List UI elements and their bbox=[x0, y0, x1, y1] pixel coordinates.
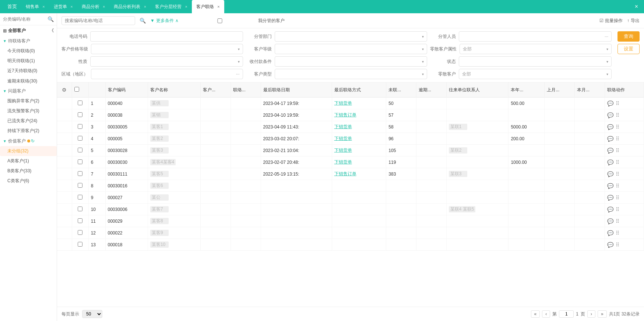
col-not-contacted[interactable]: 未联... bbox=[386, 82, 416, 98]
select-all-checkbox[interactable] bbox=[74, 87, 79, 92]
batch-ops-button[interactable]: ☑ 批量操作 bbox=[599, 18, 623, 24]
row-checkbox[interactable] bbox=[78, 148, 82, 152]
retail-customer-select[interactable]: 全部▾ bbox=[459, 69, 612, 79]
cell-checkbox[interactable] bbox=[72, 180, 88, 192]
sidebar-group-pending[interactable]: ▼ 待联络客户 bbox=[0, 36, 57, 46]
row-checkbox[interactable] bbox=[78, 230, 82, 235]
cell-last-contact-method[interactable]: 下销售订单 bbox=[332, 109, 386, 121]
col-overdue[interactable]: 逾期... bbox=[416, 82, 447, 98]
sidebar-item-7days[interactable]: 近7天待联络(0) bbox=[0, 66, 57, 76]
payment-select[interactable]: ▾ bbox=[275, 56, 427, 67]
cell-checkbox[interactable] bbox=[72, 133, 88, 145]
sidebar-item-tomorrow[interactable]: 明天待联络(1) bbox=[0, 56, 57, 66]
close-purchase-order-icon[interactable]: × bbox=[70, 4, 73, 9]
grid-action-icon[interactable]: ⠿ bbox=[616, 159, 619, 165]
main-search-input[interactable] bbox=[61, 16, 135, 25]
row-checkbox[interactable] bbox=[78, 195, 82, 200]
cell-last-contact-method[interactable]: 下销货单 bbox=[332, 121, 386, 133]
sidebar-search-icon[interactable]: 🔍 bbox=[47, 16, 54, 22]
message-icon[interactable]: 💬 bbox=[607, 148, 613, 154]
retail-attr-select[interactable]: 全部▾ bbox=[460, 44, 612, 54]
row-checkbox[interactable] bbox=[78, 124, 82, 129]
nav-product-analysis-list[interactable]: 商品分析列表 × bbox=[109, 0, 151, 13]
grid-action-icon[interactable]: ⠿ bbox=[616, 148, 619, 154]
col-settings[interactable]: ⚙ bbox=[57, 82, 72, 98]
sidebar-item-churned[interactable]: 已流失客户(24) bbox=[0, 116, 57, 126]
row-checkbox[interactable] bbox=[78, 100, 82, 105]
cell-last-contact-method[interactable] bbox=[332, 192, 386, 204]
page-size-select[interactable]: 50 20 100 bbox=[82, 310, 102, 318]
customer-level-select[interactable]: ▾ bbox=[275, 44, 427, 54]
cell-checkbox[interactable] bbox=[72, 156, 88, 168]
cell-checkbox[interactable] bbox=[72, 227, 88, 239]
price-level-select[interactable]: ▾ bbox=[91, 44, 243, 54]
col-company-contact[interactable]: 往来单位联系人 bbox=[446, 82, 508, 98]
message-icon[interactable]: 💬 bbox=[607, 230, 613, 236]
cell-checkbox[interactable] bbox=[72, 215, 88, 227]
col-last-contact-date[interactable]: 最后联络日期 bbox=[261, 82, 332, 98]
message-icon[interactable]: 💬 bbox=[607, 242, 613, 248]
phone-input[interactable] bbox=[90, 31, 243, 42]
row-checkbox[interactable] bbox=[78, 159, 82, 164]
cell-last-contact-method[interactable]: 下销售订单 bbox=[332, 168, 386, 180]
row-checkbox[interactable] bbox=[78, 171, 82, 176]
message-icon[interactable]: 💬 bbox=[607, 159, 613, 165]
sidebar-item-declining[interactable]: 持续下滑客户(2) bbox=[0, 126, 57, 136]
sidebar-item-today[interactable]: 今天待联络(0) bbox=[0, 46, 57, 56]
col-contact[interactable]: 联络... bbox=[230, 82, 261, 98]
refresh-icon[interactable]: ↻ bbox=[31, 138, 35, 144]
cell-last-contact-method[interactable] bbox=[332, 204, 386, 215]
message-icon[interactable]: 💬 bbox=[607, 195, 613, 201]
sidebar-search-input[interactable] bbox=[3, 17, 47, 22]
sidebar-item-churn-warning[interactable]: 流失预警客户(3) bbox=[0, 106, 57, 116]
person-input[interactable]: ··· bbox=[459, 31, 612, 42]
close-all-button[interactable]: × bbox=[632, 3, 641, 10]
grid-action-icon[interactable]: ⠿ bbox=[616, 124, 619, 130]
col-this-month[interactable]: 本月... bbox=[575, 82, 605, 98]
close-sales-order-icon[interactable]: × bbox=[42, 4, 45, 9]
message-icon[interactable]: 💬 bbox=[607, 136, 613, 142]
reset-button[interactable]: 设置 bbox=[617, 44, 640, 54]
cell-last-contact-method[interactable] bbox=[332, 239, 386, 251]
sidebar-item-ungrouped[interactable]: 未分组(32) bbox=[0, 146, 57, 156]
grid-action-icon[interactable]: ⠿ bbox=[616, 218, 619, 224]
col-this-year[interactable]: 本年... bbox=[508, 82, 545, 98]
close-customer-contact-icon[interactable]: × bbox=[217, 4, 219, 9]
main-search-icon[interactable]: 🔍 bbox=[140, 18, 146, 24]
grid-action-icon[interactable]: ⠿ bbox=[616, 230, 619, 236]
dept-select[interactable]: ▾ bbox=[275, 31, 427, 42]
cell-checkbox[interactable] bbox=[72, 204, 88, 215]
nav-customer-layer[interactable]: 客户分层经营 × bbox=[151, 0, 192, 13]
cell-last-contact-method[interactable]: 下销货单 bbox=[332, 156, 386, 168]
cell-last-contact-method[interactable] bbox=[332, 227, 386, 239]
cell-checkbox[interactable] bbox=[72, 121, 88, 133]
message-icon[interactable]: 💬 bbox=[607, 124, 613, 130]
sidebar-group-problem[interactable]: ▼ 问题客户 bbox=[0, 86, 57, 96]
nav-sales-order[interactable]: 销售单 × bbox=[21, 0, 49, 13]
message-icon[interactable]: 💬 bbox=[607, 112, 613, 118]
page-number-input[interactable] bbox=[559, 310, 574, 318]
last-page-button[interactable]: » bbox=[598, 310, 607, 318]
col-code[interactable]: 客户编码 bbox=[105, 82, 148, 98]
nav-purchase-order[interactable]: 进货单 × bbox=[49, 0, 77, 13]
cell-last-contact-method[interactable]: 下销货单 bbox=[332, 98, 386, 109]
status-select[interactable]: ▾ bbox=[459, 56, 612, 67]
row-checkbox[interactable] bbox=[78, 218, 82, 223]
row-checkbox[interactable] bbox=[78, 183, 82, 188]
row-checkbox[interactable] bbox=[78, 207, 82, 211]
cell-checkbox[interactable] bbox=[72, 168, 88, 180]
region-input[interactable]: ··· bbox=[91, 69, 243, 79]
cell-last-contact-method[interactable] bbox=[332, 215, 386, 227]
col-name[interactable]: 客户名称 bbox=[148, 82, 200, 98]
sidebar-collapse-icon[interactable]: 《 bbox=[49, 28, 54, 34]
grid-action-icon[interactable]: ⠿ bbox=[616, 242, 619, 248]
close-customer-layer-icon[interactable]: × bbox=[185, 4, 187, 9]
row-checkbox[interactable] bbox=[78, 242, 82, 247]
grid-action-icon[interactable]: ⠿ bbox=[616, 136, 619, 142]
more-filter-button[interactable]: ▼ 更多条件 ∧ bbox=[150, 18, 179, 24]
sidebar-item-hoard[interactable]: 囤购异常客户(2) bbox=[0, 96, 57, 106]
grid-action-icon[interactable]: ⠿ bbox=[616, 112, 619, 118]
grid-action-icon[interactable]: ⠿ bbox=[616, 207, 619, 212]
cell-last-contact-method[interactable] bbox=[332, 180, 386, 192]
sidebar-item-class-c[interactable]: C类客户(6) bbox=[0, 176, 57, 186]
